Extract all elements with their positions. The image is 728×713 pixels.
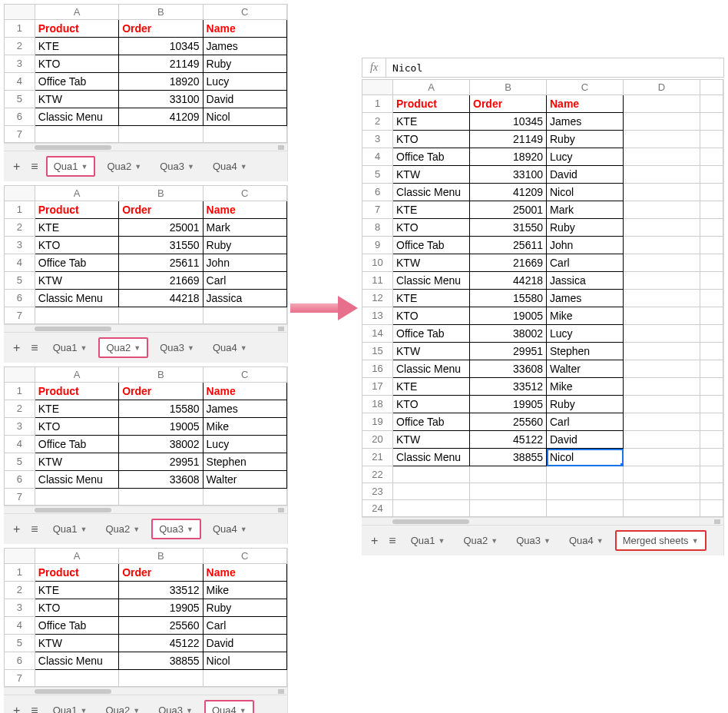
cell-name[interactable]: James xyxy=(547,113,624,131)
cell-name[interactable]: Nicol xyxy=(547,184,624,201)
cell-name[interactable]: Carl xyxy=(547,254,624,272)
cell-order[interactable]: 25611 xyxy=(470,237,547,254)
cell-name[interactable]: Lucy xyxy=(547,325,624,343)
add-sheet-icon[interactable]: + xyxy=(368,534,381,548)
cell-d[interactable] xyxy=(624,325,700,343)
tab-qua4[interactable]: Qua4▼ xyxy=(204,700,254,713)
cell-e-partial[interactable] xyxy=(700,413,723,431)
header-product[interactable]: Product xyxy=(393,95,470,113)
header-product[interactable]: Product xyxy=(35,20,119,38)
cell-d[interactable] xyxy=(624,95,700,113)
all-sheets-icon[interactable]: ≡ xyxy=(28,341,41,355)
cell-product[interactable]: KTO xyxy=(393,131,470,148)
cell-e-partial[interactable] xyxy=(700,431,723,449)
row-num[interactable]: 3 xyxy=(362,131,393,148)
cell-d[interactable] xyxy=(624,449,700,466)
cell-d[interactable] xyxy=(624,201,700,219)
cell-e-partial[interactable] xyxy=(700,148,723,166)
all-sheets-icon[interactable]: ≡ xyxy=(28,704,41,714)
cell-name[interactable]: Lucy xyxy=(547,148,624,166)
formula-value[interactable]: Nicol xyxy=(386,59,429,77)
header-order[interactable]: Order xyxy=(119,20,203,38)
cell-d[interactable] xyxy=(624,184,700,201)
cell-product[interactable]: KTW xyxy=(393,343,470,360)
cell-order[interactable]: 10345 xyxy=(470,113,547,131)
cell-name[interactable]: Ruby xyxy=(547,219,624,237)
row-num[interactable]: 23 xyxy=(362,483,393,500)
row-num[interactable]: 4 xyxy=(362,148,393,166)
tab-qua1[interactable]: Qua1▼ xyxy=(46,519,94,539)
row-num[interactable]: 8 xyxy=(362,219,393,237)
row-num[interactable]: 11 xyxy=(362,272,393,290)
cell-e-partial[interactable] xyxy=(700,360,723,378)
horizontal-scrollbar[interactable] xyxy=(362,517,723,525)
row-num[interactable]: 21 xyxy=(362,449,393,466)
cell-name[interactable]: Stephen xyxy=(547,343,624,360)
cell-name[interactable]: David xyxy=(547,166,624,184)
cell-order[interactable]: 29951 xyxy=(470,343,547,360)
cell-name[interactable]: Mike xyxy=(547,307,624,325)
cell-e-partial[interactable] xyxy=(700,396,723,413)
tab-qua3[interactable]: Qua3▼ xyxy=(151,701,200,713)
cell-product[interactable]: Office Tab xyxy=(393,413,470,431)
cell-product[interactable]: KTO xyxy=(393,219,470,237)
cell-e-partial[interactable] xyxy=(700,131,723,148)
cell-e-partial[interactable] xyxy=(700,201,723,219)
tab-qua4[interactable]: Qua4▼ xyxy=(206,157,254,176)
add-sheet-icon[interactable]: + xyxy=(10,522,23,536)
cell-e-partial[interactable] xyxy=(700,184,723,201)
row-num[interactable]: 17 xyxy=(362,378,393,396)
cell-d[interactable] xyxy=(624,237,700,254)
row-num[interactable]: 13 xyxy=(362,307,393,325)
cell-d[interactable] xyxy=(624,113,700,131)
cell-name[interactable]: James xyxy=(547,290,624,307)
cell-product[interactable]: KTO xyxy=(393,307,470,325)
header-name[interactable]: Name xyxy=(547,95,624,113)
cell-order[interactable]: 18920 xyxy=(470,148,547,166)
cell-name[interactable]: Mike xyxy=(547,378,624,396)
row-num[interactable]: 6 xyxy=(362,184,393,201)
cell-e-partial[interactable] xyxy=(700,95,723,113)
tab-qua2[interactable]: Qua2▼ xyxy=(98,519,147,539)
cell-product[interactable]: Classic Menu xyxy=(393,360,470,378)
cell-order[interactable]: 33608 xyxy=(470,360,547,378)
horizontal-scrollbar[interactable] xyxy=(4,506,287,513)
cell-name[interactable]: Ruby xyxy=(547,396,624,413)
cell-order[interactable]: 25001 xyxy=(470,201,547,219)
row-num[interactable]: 5 xyxy=(362,166,393,184)
tab-qua4[interactable]: Qua4▼ xyxy=(206,338,254,357)
tab-qua1[interactable]: Qua1▼ xyxy=(46,338,94,357)
header-name[interactable]: Name xyxy=(204,20,287,38)
cell-e-partial[interactable] xyxy=(700,113,723,131)
cell-e-partial[interactable] xyxy=(700,449,723,466)
tab-qua1[interactable]: Qua1▼ xyxy=(46,701,94,713)
cell-product[interactable]: Classic Menu xyxy=(393,184,470,201)
horizontal-scrollbar[interactable] xyxy=(4,324,287,332)
cell-product[interactable]: KTW xyxy=(393,166,470,184)
cell-d[interactable] xyxy=(624,431,700,449)
cell-e-partial[interactable] xyxy=(700,272,723,290)
cell-e-partial[interactable] xyxy=(700,307,723,325)
cell-name[interactable]: Nicol xyxy=(547,449,624,466)
cell-d[interactable] xyxy=(624,148,700,166)
cell-product[interactable]: KTE xyxy=(393,113,470,131)
tab-qua1[interactable]: Qua1▼ xyxy=(46,156,96,177)
cell-d[interactable] xyxy=(624,378,700,396)
cell-product[interactable]: Classic Menu xyxy=(393,449,470,466)
tab-qua4[interactable]: Qua4▼ xyxy=(562,531,611,550)
cell-e-partial[interactable] xyxy=(700,254,723,272)
row-num[interactable]: 1 xyxy=(5,20,35,38)
row-num[interactable]: 14 xyxy=(362,325,393,343)
cell-e-partial[interactable] xyxy=(700,290,723,307)
all-sheets-icon[interactable]: ≡ xyxy=(28,522,41,536)
cell-product[interactable]: Office Tab xyxy=(393,325,470,343)
cell-product[interactable]: KTE xyxy=(393,378,470,396)
cell-order[interactable]: 38855 xyxy=(470,449,547,466)
cell-d[interactable] xyxy=(624,307,700,325)
row-num[interactable]: 10 xyxy=(362,254,393,272)
cell-d[interactable] xyxy=(624,343,700,360)
cell-product[interactable]: KTE xyxy=(393,290,470,307)
row-num[interactable]: 24 xyxy=(362,500,393,517)
cell-name[interactable]: Carl xyxy=(547,413,624,431)
cell-e-partial[interactable] xyxy=(700,343,723,360)
